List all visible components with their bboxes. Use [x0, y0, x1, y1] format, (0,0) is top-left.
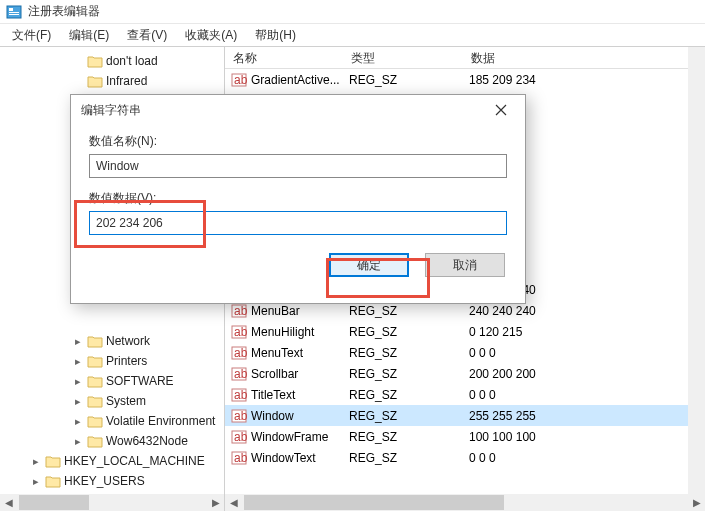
- titlebar: 注册表编辑器: [0, 0, 705, 24]
- svg-text:ab: ab: [234, 73, 247, 87]
- list-row[interactable]: abTitleTextREG_SZ0 0 0: [225, 384, 705, 405]
- folder-icon: [87, 354, 103, 368]
- value-name: Window: [251, 409, 294, 423]
- scroll-left-icon[interactable]: ◀: [225, 494, 242, 511]
- list-row[interactable]: abScrollbarREG_SZ200 200 200: [225, 363, 705, 384]
- reg-string-icon: ab: [231, 303, 247, 319]
- list-row[interactable]: abWindowTextREG_SZ0 0 0: [225, 447, 705, 468]
- list-row[interactable]: abWindowREG_SZ255 255 255: [225, 405, 705, 426]
- value-data-label: 数值数据(V):: [89, 190, 507, 207]
- svg-text:ab: ab: [234, 304, 247, 318]
- scroll-right-icon[interactable]: ▶: [688, 494, 705, 511]
- reg-string-icon: ab: [231, 72, 247, 88]
- tree-item[interactable]: Infrared: [106, 74, 147, 88]
- list-header: 名称 类型 数据: [225, 47, 705, 69]
- value-name: GradientActive...: [251, 73, 340, 87]
- folder-icon: [87, 434, 103, 448]
- value-data: 255 255 255: [463, 409, 705, 423]
- regedit-app-icon: [6, 4, 22, 20]
- expand-icon[interactable]: ▸: [72, 375, 84, 388]
- svg-rect-2: [9, 12, 19, 13]
- list-row[interactable]: abMenuHilightREG_SZ0 120 215: [225, 321, 705, 342]
- value-name: MenuBar: [251, 304, 300, 318]
- tree-item[interactable]: Wow6432Node: [106, 434, 188, 448]
- value-type: REG_SZ: [343, 346, 463, 360]
- value-data: 240 240 240: [463, 304, 705, 318]
- value-type: REG_SZ: [343, 409, 463, 423]
- ok-button[interactable]: 确定: [329, 253, 409, 277]
- value-data: 200 200 200: [463, 367, 705, 381]
- scroll-thumb[interactable]: [19, 495, 89, 510]
- expand-icon[interactable]: ▸: [72, 415, 84, 428]
- value-data: 0 120 215: [463, 325, 705, 339]
- menubar: 文件(F) 编辑(E) 查看(V) 收藏夹(A) 帮助(H): [0, 24, 705, 46]
- value-data: 185 209 234: [463, 73, 705, 87]
- value-name: WindowText: [251, 451, 316, 465]
- svg-text:ab: ab: [234, 367, 247, 381]
- col-data[interactable]: 数据: [463, 47, 705, 68]
- expand-icon[interactable]: ▸: [72, 355, 84, 368]
- dialog-title: 编辑字符串: [81, 102, 141, 119]
- menu-help[interactable]: 帮助(H): [247, 25, 304, 46]
- tree-item[interactable]: Volatile Environment: [106, 414, 215, 428]
- list-row[interactable]: abMenuTextREG_SZ0 0 0: [225, 342, 705, 363]
- menu-file[interactable]: 文件(F): [4, 25, 59, 46]
- reg-string-icon: ab: [231, 429, 247, 445]
- value-data: 100 100 100: [463, 430, 705, 444]
- list-row[interactable]: abGradientActive...REG_SZ185 209 234: [225, 69, 705, 90]
- folder-icon: [87, 74, 103, 88]
- scroll-right-icon[interactable]: ▶: [207, 494, 224, 511]
- tree-item[interactable]: don't load: [106, 54, 158, 68]
- list-hscrollbar[interactable]: ◀ ▶: [225, 494, 705, 511]
- value-type: REG_SZ: [343, 430, 463, 444]
- dialog-titlebar: 编辑字符串: [71, 95, 525, 125]
- svg-text:ab: ab: [234, 430, 247, 444]
- value-type: REG_SZ: [343, 451, 463, 465]
- svg-rect-3: [9, 14, 19, 15]
- reg-string-icon: ab: [231, 324, 247, 340]
- value-name: MenuHilight: [251, 325, 314, 339]
- value-name: WindowFrame: [251, 430, 328, 444]
- col-type[interactable]: 类型: [343, 47, 463, 68]
- folder-icon: [87, 334, 103, 348]
- app-title: 注册表编辑器: [28, 3, 100, 20]
- value-type: REG_SZ: [343, 367, 463, 381]
- reg-string-icon: ab: [231, 366, 247, 382]
- close-button[interactable]: [485, 98, 517, 122]
- col-name[interactable]: 名称: [225, 47, 343, 68]
- tree-item[interactable]: HKEY_USERS: [64, 474, 145, 488]
- list-vscrollbar[interactable]: [688, 47, 705, 494]
- tree-hscrollbar[interactable]: ◀ ▶: [0, 494, 224, 511]
- value-type: REG_SZ: [343, 73, 463, 87]
- folder-icon: [87, 54, 103, 68]
- menu-edit[interactable]: 编辑(E): [61, 25, 117, 46]
- menu-view[interactable]: 查看(V): [119, 25, 175, 46]
- scroll-left-icon[interactable]: ◀: [0, 494, 17, 511]
- expand-icon[interactable]: ▸: [30, 455, 42, 468]
- expand-icon[interactable]: ▸: [72, 395, 84, 408]
- folder-icon: [87, 414, 103, 428]
- reg-string-icon: ab: [231, 345, 247, 361]
- list-row[interactable]: abWindowFrameREG_SZ100 100 100: [225, 426, 705, 447]
- value-name-input[interactable]: [89, 154, 507, 178]
- value-type: REG_SZ: [343, 388, 463, 402]
- tree-item[interactable]: SOFTWARE: [106, 374, 174, 388]
- scroll-thumb[interactable]: [244, 495, 504, 510]
- cancel-button[interactable]: 取消: [425, 253, 505, 277]
- menu-favorites[interactable]: 收藏夹(A): [177, 25, 245, 46]
- expand-icon[interactable]: ▸: [30, 475, 42, 488]
- value-data: 0 0 0: [463, 388, 705, 402]
- value-name-label: 数值名称(N):: [89, 133, 507, 150]
- expand-icon[interactable]: ▸: [72, 335, 84, 348]
- tree-item[interactable]: Printers: [106, 354, 147, 368]
- svg-text:ab: ab: [234, 409, 247, 423]
- tree-item[interactable]: System: [106, 394, 146, 408]
- expand-icon[interactable]: ▸: [72, 435, 84, 448]
- value-name: Scrollbar: [251, 367, 298, 381]
- folder-icon: [45, 454, 61, 468]
- svg-text:ab: ab: [234, 325, 247, 339]
- tree-item[interactable]: Network: [106, 334, 150, 348]
- tree-item[interactable]: HKEY_LOCAL_MACHINE: [64, 454, 205, 468]
- close-icon: [495, 104, 507, 116]
- value-data-input[interactable]: [89, 211, 507, 235]
